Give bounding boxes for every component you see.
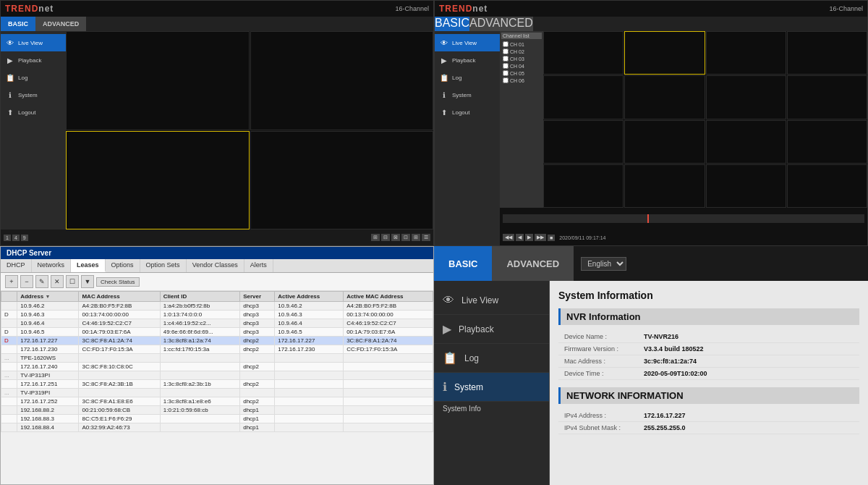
nvr1-btn-1[interactable]: 1 bbox=[4, 235, 11, 241]
nvr1-bottom-bar: 1 4 9 ⊞ ⊟ ⊠ ⊡ ⊞ ☰ bbox=[1, 229, 433, 245]
table-row[interactable]: ...TPE-1620WS bbox=[1, 354, 433, 363]
nvr1-btn-4[interactable]: 4 bbox=[12, 235, 20, 241]
dhcp-delete-btn[interactable]: ✕ bbox=[51, 275, 64, 288]
dhcp-tab-option-sets[interactable]: Option Sets bbox=[140, 259, 187, 272]
dhcp-add-btn[interactable]: + bbox=[5, 275, 18, 288]
nvr2-ch-1[interactable]: CH 01 bbox=[501, 41, 542, 48]
nvr2-btn-play[interactable]: ▶ bbox=[525, 234, 533, 241]
nvr1-btn-grid4[interactable]: ⊡ bbox=[401, 234, 410, 241]
nvr2-content: 👁 Live View ▶ Playback 📋 Log ℹ System ⬆ bbox=[435, 31, 867, 245]
sysinfo-menu-live-view[interactable]: 👁 Live View bbox=[434, 287, 549, 315]
nvr1-sidebar-system[interactable]: ℹ System bbox=[1, 86, 66, 104]
nvr2-sidebar-playback[interactable]: ▶ Playback bbox=[435, 51, 500, 69]
nvr2-ch-3[interactable]: CH 03 bbox=[501, 55, 542, 62]
nvr1-tab-basic[interactable]: BASIC bbox=[1, 17, 35, 31]
dhcp-edit-btn[interactable]: ✎ bbox=[35, 275, 48, 288]
table-row[interactable]: D10.9.46.500:1A:79:03:E7:6A49:6e:66:6f:6… bbox=[1, 328, 433, 337]
log-icon: 📋 bbox=[5, 72, 15, 83]
table-row[interactable]: D172.16.17.2273C:8C:F8:A1:2A:741:3c:8cf8… bbox=[1, 337, 433, 345]
nvr1-btn-grid5[interactable]: ⊞ bbox=[412, 234, 420, 241]
sysinfo-language-select[interactable]: English bbox=[581, 257, 626, 271]
table-row[interactable]: 172.16.17.2513C:8C:F8:A2:3B:1B1:3c:8cf8:… bbox=[1, 380, 433, 389]
nvr2-btn-prev[interactable]: ◀ bbox=[516, 234, 524, 241]
dhcp-table-container: Address ▼ MAC Address Client ID Server A… bbox=[1, 291, 433, 484]
dhcp-tab-alerts[interactable]: Alerts bbox=[244, 259, 273, 272]
nvr2-tabs: BASIC ADVANCED bbox=[435, 17, 867, 31]
sysinfo-menu-system[interactable]: ℹ System bbox=[434, 373, 549, 402]
nvr2-btn-ff[interactable]: ▶▶ bbox=[535, 234, 546, 241]
nvr2-sidebar-logout[interactable]: ⬆ Logout bbox=[435, 104, 500, 121]
table-row[interactable]: D10.9.46.300:13:74:00:00:001:0:13:74:0:0… bbox=[1, 311, 433, 319]
nvr2-timeline-bar[interactable] bbox=[503, 214, 864, 223]
sysinfo-ipv4-value: 172.16.17.227 bbox=[644, 412, 686, 419]
dhcp-remove-btn[interactable]: − bbox=[20, 275, 33, 288]
table-row[interactable]: 192.168.88.38C:C5:E1:F6:F6:29dhcp1 bbox=[1, 415, 433, 423]
nvr2-sidebar-log[interactable]: 📋 Log bbox=[435, 69, 500, 86]
table-row[interactable]: 172.16.17.2403C:8C:F8:10:C8:0Cdhcp2 bbox=[1, 363, 433, 371]
dhcp-table-header: Address ▼ MAC Address Client ID Server A… bbox=[1, 292, 433, 302]
nvr2-tab-advanced[interactable]: ADVANCED bbox=[469, 17, 533, 31]
nvr2-ch-6[interactable]: CH 06 bbox=[501, 77, 542, 84]
sysinfo-tab-basic[interactable]: BASIC bbox=[434, 246, 492, 281]
sysinfo-subnet-value: 255.255.255.0 bbox=[644, 424, 686, 431]
nvr1-btn-grid1[interactable]: ⊞ bbox=[371, 234, 380, 241]
dhcp-tab-networks[interactable]: Networks bbox=[32, 259, 72, 272]
sysinfo-firmware-row: Firmware Version : V3.3.4 build 180522 bbox=[558, 343, 859, 355]
sysinfo-time-row: Device Time : 2020-05-09T10:02:00 bbox=[558, 368, 859, 380]
dhcp-title: DHCP Server bbox=[1, 247, 433, 259]
dhcp-tab-dhcp[interactable]: DHCP bbox=[1, 259, 32, 272]
table-row[interactable]: 172.16.17.230CC:FD:17:F0:15:3A1:cc:fd:17… bbox=[1, 345, 433, 354]
sysinfo-tab-advanced[interactable]: ADVANCED bbox=[492, 246, 574, 281]
sysinfo-menu-playback[interactable]: ▶ Playback bbox=[434, 315, 549, 344]
table-row[interactable]: 10.9.46.4C4:46:19:52:C2:C71:c4:46:19:52:… bbox=[1, 319, 433, 328]
nvr1-btn-grid3[interactable]: ⊠ bbox=[391, 234, 400, 241]
dhcp-tab-leases[interactable]: Leases bbox=[71, 259, 106, 272]
dhcp-tab-vendor-classes[interactable]: Vendor Classes bbox=[187, 259, 244, 272]
nvr1-playback-controls: ⊞ ⊟ ⊠ ⊡ ⊞ ☰ bbox=[371, 234, 430, 241]
nvr1-content: 👁 Live View ▶ Playback 📋 Log ℹ System ⬆ bbox=[1, 31, 433, 229]
table-row[interactable]: 172.16.17.2523C:8C:F8:A1:E8:E61:3c:8cf8:… bbox=[1, 397, 433, 406]
info-icon-3: ℹ bbox=[443, 380, 447, 394]
dhcp-table: Address ▼ MAC Address Client ID Server A… bbox=[1, 291, 433, 432]
nvr1-sidebar-logout[interactable]: ⬆ Logout bbox=[1, 104, 66, 121]
nvr2-sidebar-system[interactable]: ℹ System bbox=[435, 86, 500, 104]
nvr1-topbar: TRENDnet 16-Channel bbox=[1, 1, 433, 17]
table-row[interactable]: 10.9.46.2A4:2B:B0:F5:F2:8B1:a4:2b:b0f5:f… bbox=[1, 302, 433, 311]
table-row[interactable]: ...TV-IP313PI bbox=[1, 371, 433, 380]
nvr2-btn-rw[interactable]: ◀◀ bbox=[503, 234, 514, 241]
nvr2-ch-2[interactable]: CH 02 bbox=[501, 48, 542, 55]
table-row[interactable]: 192.168.88.200:21:00:59:68:CB1:0:21:0:59… bbox=[1, 406, 433, 415]
nvr2-ch-5[interactable]: CH 05 bbox=[501, 69, 542, 77]
sysinfo-right-panel: System Information NVR Information Devic… bbox=[550, 281, 868, 485]
nvr1-tabs: BASIC ADVANCED bbox=[1, 17, 433, 31]
nvr1-btn-grid2[interactable]: ⊟ bbox=[381, 234, 390, 241]
dhcp-filter-btn[interactable]: ▼ bbox=[81, 275, 94, 288]
nvr1-sidebar-live-view[interactable]: 👁 Live View bbox=[1, 34, 66, 51]
nvr1-btn-grid6[interactable]: ☰ bbox=[422, 234, 430, 241]
nvr2-playback-controls: ◀◀ ◀ ▶ ▶▶ ■ 2020/09/11 09:17:14 bbox=[500, 229, 867, 245]
nvr2-cam-14 bbox=[624, 164, 705, 208]
table-row[interactable]: ...TV-IP319PI bbox=[1, 389, 433, 397]
nvr1-tab-advanced[interactable]: ADVANCED bbox=[35, 17, 86, 31]
eye-icon-2: 👁 bbox=[439, 38, 449, 48]
info-icon: ℹ bbox=[5, 90, 15, 100]
nvr2-tab-basic[interactable]: BASIC bbox=[435, 17, 469, 31]
nvr1-cam-1 bbox=[66, 31, 250, 130]
nvr2-sidebar-live-view[interactable]: 👁 Live View bbox=[435, 34, 500, 51]
dhcp-copy-btn[interactable]: ☐ bbox=[66, 275, 79, 288]
sysinfo-device-name-label: Device Name : bbox=[564, 333, 644, 340]
dhcp-col-client-id: Client ID bbox=[160, 292, 239, 302]
nvr2-ch-4[interactable]: CH 04 bbox=[501, 62, 542, 69]
log-icon-2: 📋 bbox=[439, 72, 449, 83]
nvr1-sidebar-playback[interactable]: ▶ Playback bbox=[1, 51, 66, 69]
dhcp-tab-options[interactable]: Options bbox=[106, 259, 140, 272]
sysinfo-subnet-label: IPv4 Subnet Mask : bbox=[564, 424, 644, 431]
dhcp-check-status-btn[interactable]: Check Status bbox=[96, 277, 140, 287]
table-row[interactable]: 192.168.88.4A0:32:99:A2:46:73dhcp1 bbox=[1, 423, 433, 432]
nvr1-btn-9[interactable]: 9 bbox=[21, 235, 28, 241]
nvr1-sidebar-log[interactable]: 📋 Log bbox=[1, 69, 66, 86]
nvr2-btn-stop[interactable]: ■ bbox=[548, 235, 555, 241]
sysinfo-panel: BASIC ADVANCED English 👁 Live View ▶ Pla… bbox=[434, 246, 868, 485]
sysinfo-menu-log[interactable]: 📋 Log bbox=[434, 344, 549, 373]
dhcp-col-address[interactable]: Address ▼ bbox=[17, 292, 79, 302]
